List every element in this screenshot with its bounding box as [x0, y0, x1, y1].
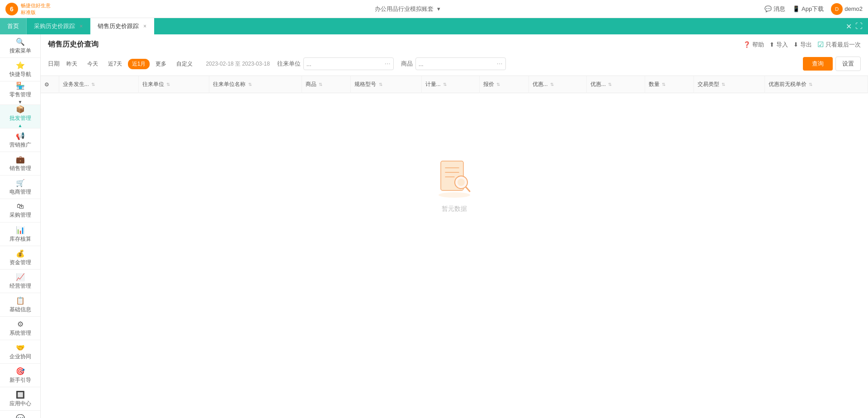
export-label: 导出 [800, 41, 812, 49]
only-last-label: 只看最后一次 [826, 41, 861, 49]
sidebar-item-shortcut[interactable]: ⭐ 快捷导航 [0, 58, 40, 81]
export-icon: ⬇ [793, 41, 798, 48]
date-btn-7days[interactable]: 近7天 [104, 59, 126, 69]
goods-search-icon[interactable]: ··· [496, 60, 502, 68]
tab-sales-label: 销售历史价跟踪 [98, 22, 139, 30]
col-biz-date[interactable]: 业务发生... ⇅ [59, 76, 138, 93]
finance-icon: 💰 [16, 249, 25, 258]
col-partner-name[interactable]: 往来单位名称 ⇅ [209, 76, 302, 93]
checkbox-icon: ☑ [817, 40, 824, 49]
app-icon: 📱 [793, 5, 800, 12]
sidebar-label-finance: 资金管理 [9, 259, 31, 266]
sort-partner-name: ⇅ [248, 82, 252, 87]
sidebar-item-search[interactable]: 🔍 搜索菜单 [0, 34, 40, 58]
page-header-actions: ❓ 帮助 ⬆ 导入 ⬇ 导出 ☑ 只看最后一次 [743, 40, 861, 49]
help-button[interactable]: ❓ 帮助 [743, 41, 764, 49]
col-discount1[interactable]: 优惠... ⇅ [528, 76, 587, 93]
sidebar-item-marketing[interactable]: 📢 营销推广 [0, 128, 40, 152]
sidebar-item-apps[interactable]: 🔲 应用中心 [0, 387, 40, 411]
query-button[interactable]: 查询 [803, 57, 833, 71]
tab-home[interactable]: 首页 [0, 18, 27, 34]
sidebar-item-purchase[interactable]: 🛍 采购管理 [0, 199, 40, 223]
customer-label: 往来单位 [277, 60, 301, 68]
col-unit[interactable]: 计量... ⇅ [421, 76, 480, 93]
col-discount2[interactable]: 优惠... ⇅ [587, 76, 645, 93]
col-quote[interactable]: 报价 ⇅ [480, 76, 529, 93]
col-quote-label: 报价 [483, 81, 494, 87]
col-trade-type[interactable]: 交易类型 ⇅ [694, 76, 764, 93]
workspace-dropdown-icon[interactable]: ▾ [437, 5, 440, 12]
tab-bar: 首页 采购历史价跟踪 × 销售历史价跟踪 × ✕ ⛶ [0, 18, 868, 34]
system-icon: ⚙ [17, 320, 24, 328]
col-spec[interactable]: 规格型号 ⇅ [351, 76, 421, 93]
customer-input-wrapper[interactable]: ··· [303, 57, 394, 70]
base-icon: 📋 [16, 296, 25, 305]
page-title: 销售历史价查询 [48, 40, 99, 49]
date-btn-more[interactable]: 更多 [151, 59, 170, 69]
sidebar-label-retail: 零售管理 [9, 91, 31, 99]
sidebar-item-sales[interactable]: 💼 销售管理 [0, 152, 40, 176]
sort-pretax-price: ⇅ [809, 82, 812, 87]
export-button[interactable]: ⬇ 导出 [793, 41, 812, 49]
sidebar-item-system[interactable]: ⚙ 系统管理 [0, 317, 40, 340]
tab-sales-history[interactable]: 销售历史价跟踪 × [90, 18, 154, 34]
sidebar-item-collab[interactable]: 🤝 企业协同 [0, 340, 40, 364]
customer-input[interactable] [307, 61, 385, 67]
user-label: demo2 [844, 5, 863, 12]
sidebar-item-retail[interactable]: 🏪 零售管理 ▼ [0, 81, 40, 105]
import-button[interactable]: ⬆ 导入 [769, 41, 788, 49]
col-goods[interactable]: 商品 ⇅ [302, 76, 351, 93]
col-discount2-label: 优惠... [590, 81, 606, 87]
goods-filter: 商品 ··· [401, 57, 506, 70]
date-btn-1month[interactable]: 近1月 [128, 59, 150, 69]
apps-icon: 🔲 [16, 390, 25, 399]
col-trade-type-label: 交易类型 [698, 81, 719, 87]
sidebar-item-base[interactable]: 📋 基础信息 [0, 293, 40, 317]
import-icon: ⬆ [769, 41, 774, 48]
col-unit-label: 计量... [425, 81, 441, 87]
sidebar-item-wechat[interactable]: 💬 企业微信 [0, 411, 40, 418]
settings-icon[interactable]: ⚙ [44, 81, 49, 88]
page-title-row: 销售历史价查询 ❓ 帮助 ⬆ 导入 ⬇ 导出 ☑ [48, 40, 861, 49]
date-btn-today[interactable]: 今天 [83, 59, 102, 69]
app-download-button[interactable]: 📱 App下载 [793, 5, 824, 13]
ops-icon: 📈 [16, 273, 25, 281]
col-partner-code[interactable]: 往来单位 ⇅ [138, 76, 209, 93]
tab-sales-close[interactable]: × [143, 23, 146, 29]
goods-input[interactable] [419, 61, 497, 67]
sidebar-label-ecommerce: 电商管理 [9, 188, 31, 196]
col-qty[interactable]: 数量 ⇅ [645, 76, 694, 93]
tab-purchase-history[interactable]: 采购历史价跟踪 × [27, 18, 90, 34]
workspace-selector[interactable]: 办公用品行业模拟账套 ▾ [375, 5, 440, 13]
tab-close-window[interactable]: ✕ [846, 22, 852, 31]
sidebar-item-finance[interactable]: 💰 资金管理 [0, 246, 40, 270]
date-range-text: 2023-02-18 至 2023-03-18 [206, 60, 269, 68]
date-btn-custom[interactable]: 自定义 [172, 59, 197, 69]
customer-filter: 往来单位 ··· [277, 57, 394, 70]
sidebar-item-ops[interactable]: 📈 经营管理 [0, 270, 40, 293]
customer-search-icon[interactable]: ··· [384, 60, 390, 68]
logo-text: 畅捷信好生意 标准版 [21, 2, 51, 15]
content-area: 销售历史价查询 ❓ 帮助 ⬆ 导入 ⬇ 导出 ☑ [41, 34, 868, 418]
top-bar: 6 畅捷信好生意 标准版 办公用品行业模拟账套 ▾ 💬 消息 📱 App下载 D… [0, 0, 868, 18]
setting-button[interactable]: 设置 [835, 57, 861, 71]
message-button[interactable]: 💬 消息 [764, 5, 785, 13]
sidebar-item-guide[interactable]: 🎯 新手引导 [0, 364, 40, 387]
col-pretax-price[interactable]: 优惠前无税单价 ⇅ [764, 76, 868, 93]
col-goods-label: 商品 [306, 81, 316, 87]
user-menu[interactable]: D demo2 [831, 3, 863, 15]
sidebar-item-ecommerce[interactable]: 🛒 电商管理 [0, 176, 40, 199]
help-icon: ❓ [743, 41, 750, 48]
main-layout: 🔍 搜索菜单 ⭐ 快捷导航 🏪 零售管理 ▼ 📦 批发管理 ▲ 📢 营销推广 💼… [0, 34, 868, 418]
sidebar-label-base: 基础信息 [9, 306, 31, 314]
sidebar-label-collab: 企业协同 [9, 353, 31, 361]
date-btn-yesterday[interactable]: 昨天 [62, 59, 81, 69]
sidebar-item-wholesale[interactable]: 📦 批发管理 ▲ [0, 105, 40, 128]
sidebar-item-inventory[interactable]: 📊 库存核算 [0, 223, 40, 246]
only-last-checkbox[interactable]: ☑ 只看最后一次 [817, 40, 861, 49]
goods-input-wrapper[interactable]: ··· [415, 57, 506, 70]
shortcut-icon: ⭐ [16, 61, 25, 70]
col-settings[interactable]: ⚙ [41, 76, 59, 93]
tab-maximize[interactable]: ⛶ [855, 22, 863, 30]
tab-purchase-close[interactable]: × [80, 23, 83, 29]
